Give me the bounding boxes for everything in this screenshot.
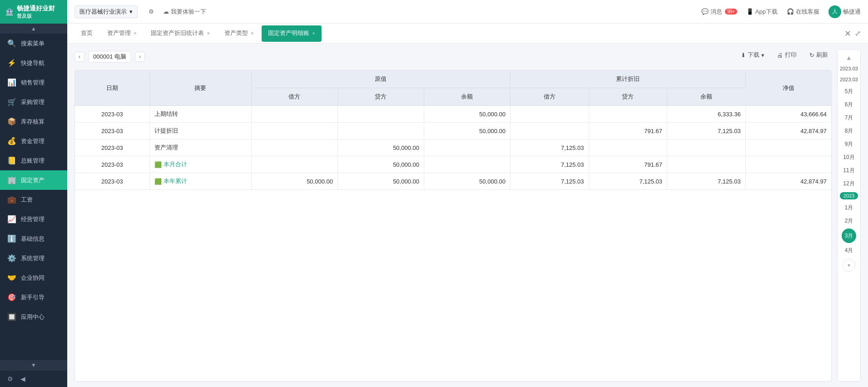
data-table-wrapper: 日期 摘要 原值 累计折旧 净值 <box>74 70 832 382</box>
user-button[interactable]: 人 畅捷通 <box>828 5 861 18</box>
timeline-month-12[interactable]: 12月 <box>838 177 860 190</box>
timeline-month-6[interactable]: 6月 <box>838 98 860 111</box>
sidebar-item-finance[interactable]: 💰 资金管理 <box>0 131 67 151</box>
asset-next-button[interactable]: › <box>135 52 145 62</box>
timeline-panel: ▲ 2023.03 2023.03 5月 6月 7月 8月 9月 10月 11月… <box>837 49 861 382</box>
timeline-month-10[interactable]: 10月 <box>838 151 860 164</box>
th-orig-balance: 余额 <box>424 88 510 106</box>
sidebar-item-ledger[interactable]: 📒 总账管理 <box>0 151 67 170</box>
timeline-month-5[interactable]: 5月 <box>838 85 860 98</box>
data-table: 日期 摘要 原值 累计折旧 净值 <box>75 70 831 190</box>
panel-expand-button[interactable]: ⤢ <box>855 29 861 38</box>
cell-orig-debit <box>252 156 338 173</box>
tab-asset-type-close[interactable]: × <box>251 30 253 36</box>
tab-depreciation-stats-close[interactable]: × <box>207 30 209 36</box>
tab-asset-type-label: 资产类型 <box>224 29 248 37</box>
timeline-month-4[interactable]: 4月 <box>838 244 860 257</box>
sidebar-item-label: 应用中心 <box>21 313 45 321</box>
sidebar-item-guide[interactable]: 🎯 新手引导 <box>0 288 67 307</box>
cell-accum-credit <box>589 139 667 156</box>
tab-depreciation-stats[interactable]: 固定资产折旧统计表 × <box>144 25 216 42</box>
timeline-month-9[interactable]: 9月 <box>838 138 860 151</box>
tab-asset-type[interactable]: 资产类型 × <box>218 25 260 42</box>
timeline-month-7[interactable]: 7月 <box>838 111 860 124</box>
cell-date: 2023-03 <box>75 156 149 173</box>
cell-accum-debit: 7,125.03 <box>510 139 589 156</box>
sidebar-item-purchase[interactable]: 🛒 采购管理 <box>0 92 67 112</box>
tab-asset-mgmt[interactable]: 资产管理 × <box>101 25 143 42</box>
printer-icon: 🖨 <box>777 52 783 59</box>
message-icon: 💬 <box>701 8 709 15</box>
app-download-button[interactable]: 📱 App下载 <box>746 8 778 16</box>
message-label: 消息 <box>710 8 722 16</box>
sidebar-item-label: 企业协同 <box>21 274 45 282</box>
tab-asset-detail[interactable]: 固定资产明细账 × <box>262 25 321 42</box>
message-button[interactable]: 💬 消息 99+ <box>701 8 737 16</box>
timeline-month-2[interactable]: 2月 <box>838 214 860 228</box>
refresh-button[interactable]: ↻ 刷新 <box>806 49 832 61</box>
sidebar-item-label: 经营管理 <box>21 215 45 223</box>
sidebar-collapse-button[interactable]: ◀ <box>20 375 25 382</box>
sidebar-item-corp[interactable]: 🤝 企业协同 <box>0 268 67 288</box>
month-tag: 🟩 本月合计 <box>154 160 187 169</box>
sidebar-item-salary[interactable]: 💼 工资 <box>0 190 67 209</box>
cell-accum-balance <box>667 139 746 156</box>
sidebar-item-inventory[interactable]: 📦 库存核算 <box>0 112 67 131</box>
print-label: 打印 <box>785 51 797 59</box>
sidebar-item-quick-nav[interactable]: ⚡ 快捷导航 <box>0 53 67 73</box>
cell-orig-credit: 50,000.00 <box>337 173 424 190</box>
download-dropdown-icon: ▾ <box>761 52 764 59</box>
sidebar-item-sales[interactable]: 📊 销售管理 <box>0 73 67 92</box>
timeline-up-button[interactable]: ▲ <box>844 52 854 63</box>
timeline-month-8[interactable]: 8月 <box>838 124 860 138</box>
customer-service-button[interactable]: 🎧 在线客服 <box>787 8 819 16</box>
cell-net-value: 42,874.97 <box>745 123 831 139</box>
cell-date: 2023-03 <box>75 173 149 190</box>
experience-button[interactable]: ☁ 我要体验一下 <box>163 8 206 16</box>
table-row: 2023-03 🟩 本月合计 50,000.00 7,125.03 <box>75 156 831 173</box>
tab-home[interactable]: 首页 <box>74 25 99 42</box>
sidebar-item-label: 搜索菜单 <box>21 40 45 48</box>
avatar: 人 <box>828 5 841 18</box>
asset-prev-button[interactable]: ‹ <box>74 52 84 62</box>
download-button[interactable]: ⬇ 下载 ▾ <box>737 49 768 61</box>
sidebar-item-system[interactable]: ⚙️ 系统管理 <box>0 248 67 268</box>
cell-summary: 计提折旧 <box>149 123 251 139</box>
asset-code: 000001 <box>93 53 113 60</box>
sidebar-item-business[interactable]: 📈 经营管理 <box>0 209 67 229</box>
sidebar-item-label: 新手引导 <box>21 293 45 302</box>
guide-icon: 🎯 <box>7 293 16 302</box>
cell-summary: 上期结转 <box>149 106 251 123</box>
company-selector[interactable]: 医疗器械行业演示 ▾ <box>74 5 138 18</box>
tab-asset-detail-close[interactable]: × <box>312 30 315 36</box>
panel-close-button[interactable]: ✕ <box>844 29 851 39</box>
settings-button[interactable]: ⚙ <box>149 8 154 15</box>
tab-asset-mgmt-close[interactable]: × <box>134 30 136 36</box>
sidebar-scroll-up-button[interactable]: ▲ <box>0 24 67 34</box>
timeline-month-3-active[interactable]: 3月 <box>842 228 856 243</box>
refresh-icon: ↻ <box>809 52 814 59</box>
cell-accum-balance: 7,125.03 <box>667 123 746 139</box>
sidebar-item-basic-info[interactable]: ℹ️ 基础信息 <box>0 229 67 248</box>
topbar-right: 💬 消息 99+ 📱 App下载 🎧 在线客服 人 畅捷通 <box>701 5 861 18</box>
year-tag: 🟩 本年累计 <box>154 177 187 185</box>
sidebar-item-search[interactable]: 🔍 搜索菜单 <box>0 34 67 53</box>
refresh-label: 刷新 <box>816 51 828 59</box>
print-button[interactable]: 🖨 打印 <box>774 49 800 61</box>
download-icon: 📱 <box>746 8 754 15</box>
th-accum-debit: 借方 <box>510 88 589 106</box>
timeline-month-11[interactable]: 11月 <box>838 164 860 177</box>
sidebar-item-app-center[interactable]: 🔲 应用中心 <box>0 307 67 327</box>
table-row: 2023-03 资产清理 50,000.00 7,125.03 <box>75 139 831 156</box>
cell-orig-debit: 50,000.00 <box>252 173 338 190</box>
tabs-bar: 首页 资产管理 × 固定资产折旧统计表 × 资产类型 × 固定资产明细账 × ✕… <box>67 24 868 44</box>
timeline-month-1[interactable]: 1月 <box>838 201 860 214</box>
timeline-down-circle-button[interactable]: ▾ <box>843 259 855 272</box>
sidebar-item-fixed-assets[interactable]: 🏢 固定资产 <box>0 170 67 190</box>
cell-net-value: 43,666.64 <box>745 106 831 123</box>
finance-icon: 💰 <box>7 137 16 145</box>
sidebar-scroll-down-button[interactable]: ▼ <box>0 360 67 370</box>
timeline-year-second: 2023.03 <box>838 74 860 85</box>
settings-icon[interactable]: ⚙ <box>7 375 13 382</box>
cell-accum-debit: 7,125.03 <box>510 173 589 190</box>
